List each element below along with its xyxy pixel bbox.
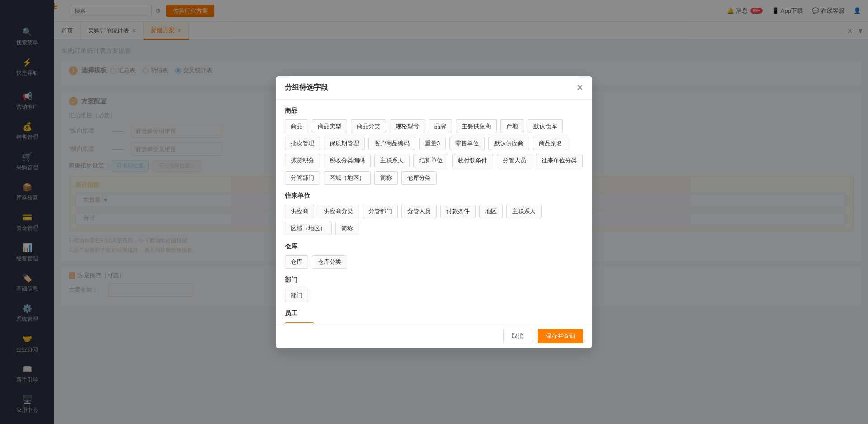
- tag-goods-12[interactable]: 零售单位: [449, 137, 485, 150]
- tag-goods-2[interactable]: 商品分类: [351, 119, 386, 133]
- tag-goods-23[interactable]: 区域（地区）: [324, 171, 371, 185]
- tag-goods-3[interactable]: 规格型号: [390, 119, 425, 133]
- tag-partner-7[interactable]: 区域（地区）: [285, 222, 332, 235]
- tags-grid-partner: 供应商供应商分类分管部门分管人员付款条件地区主联系人区域（地区）简称: [285, 205, 583, 235]
- tag-goods-16[interactable]: 税收分类编码: [324, 154, 371, 167]
- tag-goods-19[interactable]: 收付款条件: [452, 154, 493, 167]
- tag-goods-8[interactable]: 批次管理: [285, 137, 320, 150]
- tag-goods-9[interactable]: 保质期管理: [324, 137, 365, 150]
- modal-overlay: 分组待选字段 ✕ 商品商品商品类型商品分类规格型号品牌主要供应商产地默认仓库批次…: [0, 0, 868, 424]
- tag-goods-21[interactable]: 往来单位分类: [536, 154, 583, 167]
- tag-warehouse-1[interactable]: 仓库分类: [312, 255, 347, 269]
- tag-goods-0[interactable]: 商品: [285, 119, 308, 133]
- modal-cancel-btn[interactable]: 取消: [503, 329, 532, 343]
- tags-grid-goods: 商品商品类型商品分类规格型号品牌主要供应商产地默认仓库批次管理保质期管理客户商品…: [285, 119, 583, 185]
- modal-dialog: 分组待选字段 ✕ 商品商品商品类型商品分类规格型号品牌主要供应商产地默认仓库批次…: [276, 76, 592, 348]
- modal-section-partner: 往来单位供应商供应商分类分管部门分管人员付款条件地区主联系人区域（地区）简称: [285, 192, 583, 235]
- tag-partner-8[interactable]: 简称: [335, 222, 359, 235]
- modal-body: 商品商品商品类型商品分类规格型号品牌主要供应商产地默认仓库批次管理保质期管理客户…: [276, 100, 592, 324]
- modal-section-title-warehouse: 仓库: [285, 243, 583, 251]
- tag-goods-1[interactable]: 商品类型: [312, 119, 347, 133]
- tag-goods-17[interactable]: 主联系人: [374, 154, 410, 167]
- tag-partner-5[interactable]: 地区: [479, 205, 503, 218]
- tag-partner-1[interactable]: 供应商分类: [318, 205, 359, 218]
- tags-grid-warehouse: 仓库仓库分类: [285, 255, 583, 269]
- modal-section-department: 部门部门: [285, 276, 583, 302]
- tag-goods-13[interactable]: 默认供应商: [488, 137, 529, 150]
- tag-goods-22[interactable]: 分管部门: [285, 171, 320, 185]
- modal-section-warehouse: 仓库仓库仓库分类: [285, 243, 583, 269]
- modal-footer: 取消 保存并查询: [276, 324, 592, 348]
- modal-header: 分组待选字段 ✕: [276, 76, 592, 100]
- tag-partner-3[interactable]: 分管人员: [401, 205, 437, 218]
- modal-close-btn[interactable]: ✕: [576, 83, 583, 93]
- tag-partner-4[interactable]: 付款条件: [440, 205, 476, 218]
- modal-confirm-btn[interactable]: 保存并查询: [538, 329, 583, 343]
- tag-goods-6[interactable]: 产地: [500, 119, 524, 133]
- tags-grid-department: 部门: [285, 289, 583, 302]
- modal-section-title-goods: 商品: [285, 107, 583, 115]
- tag-goods-5[interactable]: 主要供应商: [456, 119, 497, 133]
- modal-section-goods: 商品商品商品类型商品分类规格型号品牌主要供应商产地默认仓库批次管理保质期管理客户…: [285, 107, 583, 185]
- tag-warehouse-0[interactable]: 仓库: [285, 255, 308, 269]
- tag-partner-2[interactable]: 分管部门: [363, 205, 398, 218]
- tag-goods-18[interactable]: 结算单位: [413, 154, 448, 167]
- tag-goods-10[interactable]: 客户商品编码: [368, 137, 415, 150]
- tag-goods-14[interactable]: 商品别名: [533, 137, 568, 150]
- tag-goods-11[interactable]: 重量3: [419, 137, 446, 150]
- modal-section-title-employee: 员工: [285, 310, 583, 318]
- tag-goods-4[interactable]: 品牌: [429, 119, 452, 133]
- modal-section-title-department: 部门: [285, 276, 583, 284]
- tag-partner-0[interactable]: 供应商: [285, 205, 314, 218]
- tag-department-0[interactable]: 部门: [285, 289, 308, 302]
- tag-goods-25[interactable]: 仓库分类: [401, 171, 437, 185]
- tag-goods-20[interactable]: 分管人员: [497, 154, 532, 167]
- tag-goods-24[interactable]: 简称: [374, 171, 398, 185]
- tag-goods-7[interactable]: 默认仓库: [528, 119, 563, 133]
- modal-title: 分组待选字段: [285, 83, 328, 92]
- modal-section-employee: 员工业务员: [285, 310, 583, 324]
- modal-section-title-partner: 往来单位: [285, 192, 583, 200]
- tag-goods-15[interactable]: 拣货积分: [285, 154, 320, 167]
- tag-partner-6[interactable]: 主联系人: [506, 205, 542, 218]
